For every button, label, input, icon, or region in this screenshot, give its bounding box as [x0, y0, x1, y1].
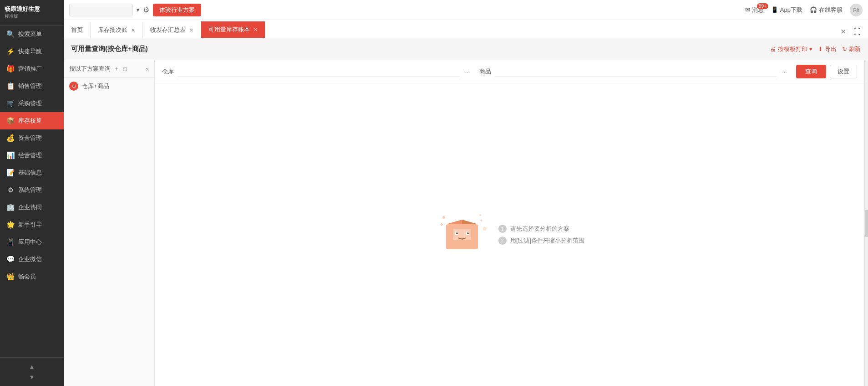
sidebar-label-finance: 资金管理 — [18, 134, 42, 142]
filter-panel-header: 按以下方案查询 ＋ ⊙ « — [64, 60, 154, 78]
sidebar-item-operation[interactable]: 📊经营管理 — [0, 147, 64, 164]
sidebar-item-shortcut[interactable]: ⚡快捷导航 — [0, 43, 64, 60]
print-template-button[interactable]: 🖨 按模板打印 ▾ — [770, 45, 812, 53]
app-label: App下载 — [780, 6, 802, 14]
avatar: Rit — [850, 4, 863, 16]
tip-num-2: 2 — [498, 237, 507, 245]
sidebar-scroll-up[interactable]: ▲ — [0, 361, 64, 372]
export-button[interactable]: ⬇ 导出 — [818, 45, 837, 53]
sidebar-item-marketing[interactable]: 🎁营销推广 — [0, 60, 64, 77]
sidebar-icon-inventory: 📦 — [6, 117, 15, 125]
sidebar-nav: 🔍搜索菜单⚡快捷导航🎁营销推广📋销售管理🛒采购管理📦库存核算💰资金管理📊经营管理… — [0, 26, 64, 357]
svg-marker-1 — [446, 220, 462, 224]
tab-close-summary[interactable]: ✕ — [189, 27, 193, 33]
goods-field: 商品 ··· — [479, 66, 789, 77]
tab-batch[interactable]: 库存批次账✕ — [91, 21, 143, 38]
print-icon: 🖨 — [770, 46, 776, 52]
sidebar-label-basic: 基础信息 — [18, 169, 42, 177]
topbar-dropdown-icon[interactable]: ▾ — [137, 7, 139, 13]
sidebar-label-appcenter: 应用中心 — [18, 238, 42, 246]
svg-point-8 — [442, 216, 445, 219]
filter-panel: 按以下方案查询 ＋ ⊙ « ⊙ 仓库+商品 — [64, 60, 155, 386]
goods-input[interactable] — [495, 66, 777, 77]
sidebar-icon-search: 🔍 — [6, 30, 15, 38]
settings-button[interactable]: 设置 — [830, 65, 857, 78]
topbar-message[interactable]: ✉ 消息 99+ — [745, 6, 764, 14]
goods-more-btn[interactable]: ··· — [780, 68, 789, 75]
topbar: ▾ ⚙ 体验行业方案 ✉ 消息 99+ 📱 App下载 🎧 在线客服 Rit — [64, 0, 868, 20]
topbar-search-box[interactable] — [69, 4, 133, 16]
sidebar-icon-purchase: 🛒 — [6, 99, 15, 108]
tab-close-available[interactable]: ✕ — [254, 27, 258, 33]
svg-marker-2 — [462, 220, 478, 224]
sidebar-icon-sales: 📋 — [6, 82, 15, 90]
app-icon: 📱 — [771, 6, 778, 13]
avatar-text: Rit — [853, 7, 859, 13]
warehouse-more-btn[interactable]: ··· — [463, 68, 472, 75]
sidebar-item-basic[interactable]: 📝基础信息 — [0, 164, 64, 181]
sidebar-label-purchase: 采购管理 — [18, 99, 42, 108]
sidebar-item-enterprise[interactable]: 🏢企业协同 — [0, 199, 64, 216]
sidebar-label-wechat: 企业微信 — [18, 255, 42, 263]
svg-point-6 — [456, 232, 458, 234]
sidebar-item-search[interactable]: 🔍搜索菜单 — [0, 26, 64, 43]
tab-expand-button[interactable]: ⛶ — [850, 26, 864, 38]
industry-solution-button[interactable]: 体验行业方案 — [153, 4, 201, 16]
right-scrollbar[interactable] — [864, 60, 868, 386]
sidebar-item-sales[interactable]: 📋销售管理 — [0, 77, 64, 95]
sidebar-item-system[interactable]: ⚙系统管理 — [0, 181, 64, 199]
warehouse-input[interactable] — [178, 66, 460, 77]
sidebar-label-operation: 经营管理 — [18, 151, 42, 160]
sidebar-label-enterprise: 企业协同 — [18, 203, 42, 211]
sidebar-icon-marketing: 🎁 — [6, 65, 15, 73]
topbar-search-input[interactable] — [73, 7, 129, 13]
sidebar-icon-enterprise: 🏢 — [6, 203, 15, 211]
topbar-user[interactable]: Rit — [850, 4, 863, 16]
tabbar: 首页库存批次账✕收发存汇总表✕可用量库存账本✕ ✕ ⛶ — [64, 20, 868, 38]
svg-point-9 — [479, 214, 481, 216]
export-icon: ⬇ — [818, 46, 823, 52]
sidebar-item-member[interactable]: 👑畅会员 — [0, 268, 64, 285]
filter-settings-icon[interactable]: ⊙ — [122, 65, 128, 72]
filter-collapse-icon[interactable]: « — [145, 65, 149, 72]
tab-home[interactable]: 首页 — [64, 21, 91, 38]
tip-text-2: 用[过滤]条件来缩小分析范围 — [510, 237, 584, 245]
filter-item-label: 仓库+商品 — [82, 82, 109, 90]
query-right-actions: 查询 设置 — [796, 65, 857, 78]
refresh-button[interactable]: ↻ 刷新 — [842, 45, 861, 53]
goods-label: 商品 — [479, 67, 491, 76]
message-badge: 99+ — [757, 3, 768, 9]
right-scrollbar-thumb[interactable] — [865, 210, 868, 237]
topbar-online-service[interactable]: 🎧 在线客服 — [810, 6, 843, 14]
export-label: 导出 — [825, 45, 837, 53]
tab-close-all-button[interactable]: ✕ — [837, 26, 850, 38]
main-content: 仓库 ··· 商品 ··· 查询 设置 — [155, 60, 864, 386]
tab-available[interactable]: 可用量库存账本✕ — [201, 21, 265, 38]
tab-close-batch[interactable]: ✕ — [131, 27, 135, 33]
page-title: 可用量查询(按仓库+商品) — [71, 45, 770, 53]
sidebar-icon-operation: 📊 — [6, 151, 15, 160]
sidebar-scroll-down[interactable]: ▼ — [0, 372, 64, 382]
sidebar-item-finance[interactable]: 💰资金管理 — [0, 129, 64, 147]
empty-state: ✦ ✦ 1 请先选择要分析的方案 2 用[过滤]条件来缩小分析范围 — [155, 83, 864, 386]
sidebar-icon-basic: 📝 — [6, 169, 15, 177]
sidebar-item-appcenter[interactable]: 📱应用中心 — [0, 233, 64, 251]
content-area: 按以下方案查询 ＋ ⊙ « ⊙ 仓库+商品 仓库 ··· 商品 — [64, 60, 868, 386]
filter-add-icon[interactable]: ＋ — [113, 65, 120, 73]
refresh-icon: ↻ — [842, 46, 847, 52]
sidebar-icon-system: ⚙ — [6, 186, 15, 194]
sidebar-item-purchase[interactable]: 🛒采购管理 — [0, 95, 64, 112]
topbar-gear-icon[interactable]: ⚙ — [143, 5, 149, 14]
sidebar-item-newbie[interactable]: 🌟新手引导 — [0, 216, 64, 233]
topbar-app-download[interactable]: 📱 App下载 — [771, 6, 802, 14]
sidebar-item-wechat[interactable]: 💬企业微信 — [0, 251, 64, 268]
filter-warehouse-goods-item[interactable]: ⊙ 仓库+商品 — [64, 78, 154, 94]
warehouse-field: 仓库 ··· — [162, 66, 472, 77]
query-button[interactable]: 查询 — [796, 65, 826, 78]
sidebar-icon-newbie: 🌟 — [6, 221, 15, 229]
sidebar-item-inventory[interactable]: 📦库存核算 — [0, 112, 64, 129]
tip-text-1: 请先选择要分析的方案 — [510, 225, 569, 233]
tab-summary[interactable]: 收发存汇总表✕ — [143, 21, 201, 38]
print-dropdown-icon[interactable]: ▾ — [809, 46, 812, 52]
sidebar-label-marketing: 营销推广 — [18, 65, 42, 73]
